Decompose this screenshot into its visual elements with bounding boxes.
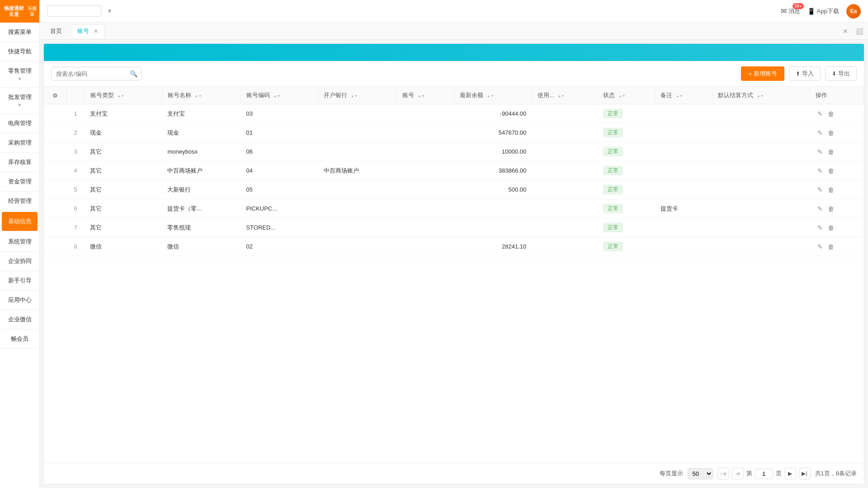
delete-button[interactable]: 🗑	[826, 109, 836, 118]
cell-bank	[318, 123, 397, 142]
cell-bank	[318, 199, 397, 218]
col-payment[interactable]: 默认结算方式 ▲▼	[712, 87, 810, 104]
tab-close-icon[interactable]: ✕	[94, 28, 98, 34]
delete-button[interactable]: 🗑	[826, 147, 836, 156]
sidebar-item-inventory[interactable]: 库存核算	[0, 153, 39, 172]
sidebar-item-wholesale[interactable]: 批发管理 ▼	[0, 88, 39, 114]
sidebar-item-retail[interactable]: 零售管理 ▼	[0, 61, 39, 88]
sidebar-item-quick-nav[interactable]: 快捷导航	[0, 42, 39, 61]
edit-button[interactable]: ✎	[816, 204, 825, 213]
cell-status: 正常	[598, 161, 655, 180]
sort-remark-icon: ▲▼	[676, 94, 683, 98]
col-code[interactable]: 账号编码 ▲▼	[241, 87, 318, 104]
sidebar-item-label: 企业协同	[4, 257, 36, 265]
cell-no: 2	[66, 123, 85, 142]
sidebar-item-operation[interactable]: 经营管理	[0, 192, 39, 211]
sidebar-item-finance[interactable]: 资金管理	[0, 172, 39, 192]
tab-home[interactable]: 首页	[43, 24, 69, 38]
col-account[interactable]: 账号 ▲▼	[397, 87, 454, 104]
import-icon: ⬆	[796, 70, 800, 77]
sidebar-item-app-center[interactable]: 应用中心	[0, 291, 39, 310]
edit-button[interactable]: ✎	[816, 223, 825, 232]
cell-payment	[712, 142, 810, 161]
col-bank[interactable]: 开户银行 ▲▼	[318, 87, 397, 104]
sidebar-item-label: 基础信息	[5, 217, 34, 225]
cell-account	[397, 180, 454, 199]
cell-payment	[712, 180, 810, 199]
col-type[interactable]: 账号类型 ▲▼	[85, 87, 162, 104]
content-area: 🔍 + 新增账号 ⬆ 导入 ⬇ 导出	[43, 43, 864, 484]
sidebar-item-label: 库存核算	[4, 158, 36, 166]
cell-no: 4	[66, 161, 85, 180]
sidebar-item-search[interactable]: 搜索菜单	[0, 23, 39, 42]
status-badge: 正常	[603, 166, 623, 175]
delete-button[interactable]: 🗑	[826, 185, 836, 194]
col-config[interactable]: ⚙	[44, 87, 66, 104]
cell-balance: 10000.00	[454, 142, 532, 161]
sort-type-icon: ▲▼	[117, 94, 124, 98]
sidebar-item-ecommerce[interactable]: 电商管理	[0, 114, 39, 133]
sidebar-item-vip[interactable]: 畅会员	[0, 329, 39, 349]
user-avatar[interactable]: Ea	[846, 4, 861, 19]
table-body: 1 支付宝 支付宝 03 -90444.00 正常 ✎ 🗑 2 现金 现金 01…	[44, 104, 864, 256]
page-size-select[interactable]: 50 100 200	[688, 468, 713, 479]
page-next-btn[interactable]: ▶	[784, 468, 796, 479]
content-toolbar: 🔍 + 新增账号 ⬆ 导入 ⬇ 导出	[44, 61, 864, 87]
sidebar-item-enterprise-wechat[interactable]: 企业微信	[0, 310, 39, 329]
table-footer: 每页显示 50 100 200 |◀ ◀ 第 页 ▶ ▶| 共1页，8条记录	[44, 463, 864, 484]
cell-status: 正常	[598, 199, 655, 218]
page-first-btn[interactable]: |◀	[717, 468, 729, 479]
cell-usage	[532, 123, 598, 142]
topbar-dropdown-icon[interactable]: ▼	[107, 8, 113, 14]
page-last-btn[interactable]: ▶|	[799, 468, 811, 479]
col-status[interactable]: 状态 ▲▼	[598, 87, 655, 104]
export-button[interactable]: ⬇ 导出	[825, 66, 857, 81]
edit-button[interactable]: ✎	[816, 242, 825, 251]
edit-button[interactable]: ✎	[816, 109, 825, 118]
tab-account[interactable]: 账号 ✕	[71, 24, 105, 38]
edit-button[interactable]: ✎	[816, 185, 825, 194]
col-name[interactable]: 账号名称 ▲▼	[162, 87, 241, 104]
col-remark[interactable]: 备注 ▲▼	[655, 87, 712, 104]
sidebar-item-collab[interactable]: 企业协同	[0, 252, 39, 271]
sidebar-item-basic-info[interactable]: 基础信息	[2, 212, 38, 231]
message-button[interactable]: ✉ 消息 99+	[781, 7, 800, 15]
delete-button[interactable]: 🗑	[826, 242, 836, 251]
cell-config	[44, 161, 66, 180]
col-usage[interactable]: 使用... ▲▼	[532, 87, 598, 104]
delete-button[interactable]: 🗑	[826, 128, 836, 137]
total-label: 共1页，8条记录	[815, 469, 857, 478]
cell-no: 3	[66, 142, 85, 161]
cell-bank	[318, 142, 397, 161]
search-button[interactable]: 🔍	[126, 67, 141, 80]
cell-config	[44, 142, 66, 161]
sidebar-item-purchase[interactable]: 采购管理	[0, 133, 39, 153]
cell-account	[397, 161, 454, 180]
edit-button[interactable]: ✎	[816, 147, 825, 156]
edit-button[interactable]: ✎	[816, 128, 825, 137]
page-input[interactable]	[755, 469, 773, 479]
page-suffix-label: 页	[776, 469, 782, 478]
sidebar-item-guide[interactable]: 新手引导	[0, 271, 39, 291]
search-input[interactable]	[52, 68, 126, 80]
delete-button[interactable]: 🗑	[826, 166, 836, 175]
export-label: 导出	[838, 70, 850, 78]
delete-button[interactable]: 🗑	[826, 204, 836, 213]
cell-remark	[655, 123, 712, 142]
delete-button[interactable]: 🗑	[826, 223, 836, 232]
topbar-right: ✉ 消息 99+ 📱 App下载 Ea	[781, 4, 861, 19]
window-close-btn[interactable]: ✕	[840, 26, 851, 37]
col-balance[interactable]: 最新余额 ▲▼	[454, 87, 532, 104]
sidebar-item-system[interactable]: 系统管理	[0, 232, 39, 252]
add-account-button[interactable]: + 新增账号	[741, 66, 784, 81]
sort-code-icon: ▲▼	[274, 94, 281, 98]
edit-button[interactable]: ✎	[816, 166, 825, 175]
topbar-search-input[interactable]	[47, 5, 101, 17]
page-prev-btn[interactable]: ◀	[732, 468, 744, 479]
cell-type: 其它	[85, 199, 162, 218]
cell-action: ✎ 🗑	[810, 218, 864, 237]
window-maximize-btn[interactable]: ⬜	[854, 26, 864, 37]
sort-name-icon: ▲▼	[195, 94, 202, 98]
app-download-button[interactable]: 📱 App下载	[807, 7, 839, 15]
import-button[interactable]: ⬆ 导入	[789, 66, 821, 81]
